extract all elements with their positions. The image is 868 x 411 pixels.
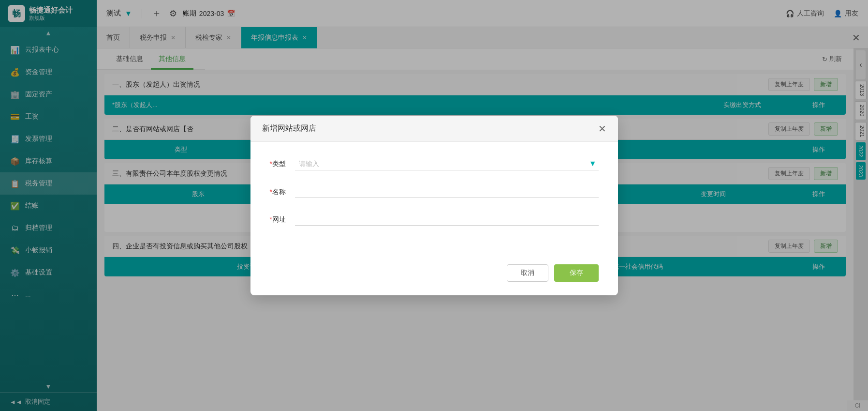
add-website-dialog: 新增网站或网店 ✕ *类型 ▼ *名称 <box>250 116 618 295</box>
form-row-name: *名称 <box>270 186 599 198</box>
url-input-wrap <box>295 213 599 226</box>
cancel-button[interactable]: 取消 <box>507 264 548 282</box>
save-button[interactable]: 保存 <box>554 264 599 282</box>
url-input[interactable] <box>295 213 599 225</box>
dialog-header: 新增网站或网店 ✕ <box>250 116 618 142</box>
type-label: *类型 <box>270 160 289 168</box>
type-dropdown-arrow[interactable]: ▼ <box>587 157 599 170</box>
dialog-close-button[interactable]: ✕ <box>598 124 606 134</box>
name-label: *名称 <box>270 188 289 197</box>
name-input[interactable] <box>295 186 599 198</box>
modal-overlay: 新增网站或网店 ✕ *类型 ▼ *名称 <box>0 0 868 411</box>
url-label: *网址 <box>270 215 289 224</box>
dialog-footer: 取消 保存 <box>250 257 618 295</box>
dialog-body: *类型 ▼ *名称 *网址 <box>250 142 618 257</box>
type-input[interactable] <box>295 158 587 169</box>
form-row-type: *类型 ▼ <box>270 157 599 170</box>
type-input-wrap: ▼ <box>295 157 599 170</box>
name-input-wrap <box>295 186 599 198</box>
dialog-title: 新增网站或网店 <box>262 123 316 134</box>
form-row-url: *网址 <box>270 213 599 226</box>
